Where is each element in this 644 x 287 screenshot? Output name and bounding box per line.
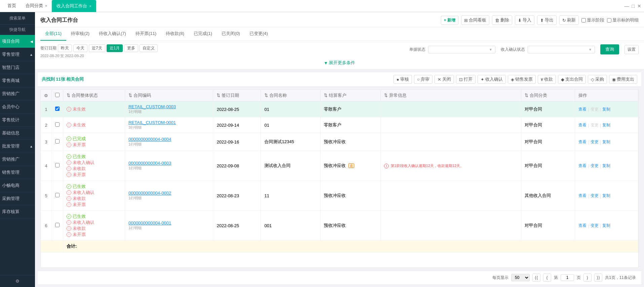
- maximize-icon[interactable]: □: [632, 3, 635, 9]
- row6-change[interactable]: 变更: [591, 223, 599, 229]
- window-close-icon[interactable]: ✕: [637, 3, 641, 9]
- tab-closed[interactable]: 已关闭(0): [217, 27, 245, 41]
- query-button[interactable]: 查询: [600, 44, 619, 54]
- row1-checkbox[interactable]: [52, 101, 63, 117]
- select-all-checkbox[interactable]: [55, 93, 60, 97]
- sidebar-nav[interactable]: 快捷导航: [0, 25, 35, 35]
- close-income-workbench-icon[interactable]: ×: [89, 4, 91, 8]
- sidebar-item-retail-mall[interactable]: 零售商城: [0, 74, 35, 87]
- row2-change[interactable]: 变更: [591, 122, 599, 128]
- row5-checkbox[interactable]: [52, 181, 63, 211]
- tab-pending-confirm[interactable]: 待收入确认(7): [94, 27, 131, 41]
- date-btn-today[interactable]: 今天: [73, 44, 87, 52]
- sidebar-item-sales-mgmt[interactable]: 销售管理: [0, 166, 35, 179]
- sidebar-item-purchase[interactable]: 采购管理: [0, 192, 35, 205]
- export-button[interactable]: ⬆ 导出: [537, 15, 557, 25]
- row1-code-link[interactable]: RETAIL_CUSTOM-0003: [128, 104, 176, 109]
- open-contract-button[interactable]: ⊡ 打开: [456, 75, 476, 84]
- sidebar-item-ecommerce[interactable]: 小畅电商: [0, 179, 35, 192]
- date-btn-custom[interactable]: 自定义: [140, 44, 158, 52]
- row2-checkbox[interactable]: [52, 117, 63, 133]
- row3-checkbox[interactable]: [52, 133, 63, 151]
- collect-payment-button[interactable]: ¥ 收款: [538, 75, 556, 84]
- sidebar-item-smart-store[interactable]: 智慧门店: [0, 61, 35, 74]
- row6-copy[interactable]: 复制: [602, 223, 610, 229]
- row2-code-link[interactable]: RETAIL_CUSTOM-0001: [128, 120, 176, 125]
- date-btn-more[interactable]: 更多: [124, 44, 138, 52]
- review-button[interactable]: ● 审核: [393, 75, 412, 84]
- col-category[interactable]: ⇅ 合同分类: [521, 90, 575, 101]
- row5-code-link[interactable]: 0000000000004-0002: [128, 191, 171, 196]
- date-btn-7days[interactable]: 近7天: [89, 44, 105, 52]
- sidebar-item-marketing[interactable]: 营销推广: [0, 87, 35, 100]
- row1-change[interactable]: 变更: [591, 107, 599, 112]
- show-detail-checkbox[interactable]: 显示标的明细: [607, 17, 639, 23]
- sidebar-search[interactable]: 搜索菜单: [0, 12, 35, 25]
- row2-view[interactable]: 查看: [578, 122, 586, 128]
- row4-view[interactable]: 查看: [578, 163, 586, 169]
- row3-view[interactable]: 查看: [578, 139, 586, 145]
- settings-button[interactable]: 设置: [624, 45, 639, 54]
- col-customer[interactable]: ⇅ 结算客户: [320, 90, 381, 101]
- expense-contract-button[interactable]: ◆ 支出合同: [558, 75, 586, 84]
- close-contract-category-icon[interactable]: ×: [45, 4, 47, 8]
- sidebar-item-retail-mgmt[interactable]: 零售管理 ▲: [0, 48, 35, 61]
- row4-change[interactable]: 变更: [591, 163, 599, 169]
- row5-view[interactable]: 查看: [578, 193, 586, 199]
- col-settings[interactable]: ⚙: [41, 90, 52, 101]
- confirm-select[interactable]: ▼: [528, 46, 595, 53]
- delete-button[interactable]: 🗑 删除: [492, 15, 512, 25]
- row3-copy[interactable]: 复制: [602, 139, 610, 145]
- tab-pending-payment[interactable]: 待收款(8): [161, 27, 189, 41]
- tab-contract-category[interactable]: 合同分类 ×: [21, 0, 52, 12]
- page-size-select[interactable]: 50 20 100: [511, 274, 530, 281]
- row1-view[interactable]: 查看: [578, 107, 586, 112]
- col-code[interactable]: ⇅ 合同编码: [125, 90, 213, 101]
- col-date[interactable]: ⇅ 签订日期: [213, 90, 261, 101]
- last-page-button[interactable]: ⟩⟩: [594, 274, 602, 282]
- sales-invoice-button[interactable]: ◈ 销售发票: [508, 75, 536, 84]
- col-abnormal[interactable]: ⇅ 异常信息: [381, 90, 521, 101]
- import-button[interactable]: ⬇ 导入: [515, 15, 534, 25]
- income-confirm-button[interactable]: ✦ 收入确认: [478, 75, 506, 84]
- expand-filter-btn[interactable]: ▼ 展开更多条件: [324, 60, 355, 66]
- row5-copy[interactable]: 复制: [602, 193, 610, 199]
- row6-view[interactable]: 查看: [578, 223, 586, 229]
- row4-copy[interactable]: 复制: [602, 163, 610, 169]
- tab-pending-review[interactable]: 待审核(2): [66, 27, 94, 41]
- sidebar-item-marketing2[interactable]: 营销推广: [0, 153, 35, 166]
- row4-code-link[interactable]: 0000000000004-0003: [128, 161, 171, 166]
- abandon-review-button[interactable]: ○ 弃审: [414, 75, 432, 84]
- show-stage-checkbox[interactable]: 显示阶段: [581, 17, 604, 23]
- tab-income-workbench[interactable]: 收入合同工作台 ×: [52, 0, 96, 12]
- expense-out-button[interactable]: ◉ 费用支出: [609, 75, 637, 84]
- tab-pending-invoice[interactable]: 待开票(11): [131, 27, 161, 41]
- col-status[interactable]: ⇅ 合同整体状态: [63, 90, 125, 101]
- sidebar-item-inventory[interactable]: 库存核算: [0, 205, 35, 218]
- sidebar-item-members[interactable]: 会员中心: [0, 100, 35, 114]
- next-page-button[interactable]: ⟩: [583, 274, 592, 282]
- row2-copy[interactable]: 复制: [602, 122, 610, 128]
- close-contract-button[interactable]: ✕ 关闭: [434, 75, 454, 84]
- row5-change[interactable]: 变更: [591, 193, 599, 199]
- first-page-button[interactable]: ⟨⟨: [532, 274, 540, 282]
- refresh-button[interactable]: ↻ 刷新: [559, 15, 579, 25]
- row3-change[interactable]: 变更: [591, 139, 599, 145]
- row3-code-link[interactable]: 0000000000004-0004: [128, 137, 171, 142]
- page-input[interactable]: [561, 274, 574, 281]
- status-select[interactable]: ▼: [428, 46, 495, 53]
- minimize-icon[interactable]: —: [624, 3, 629, 9]
- sidebar-item-retail-stats[interactable]: 零售统计: [0, 114, 35, 127]
- tab-changed[interactable]: 已变更(4): [245, 27, 273, 41]
- purchase-button[interactable]: ◇ 采购: [588, 75, 607, 84]
- date-btn-yesterday[interactable]: 昨天: [58, 44, 72, 52]
- row1-copy[interactable]: 复制: [602, 107, 610, 112]
- prev-page-button[interactable]: ⟨: [543, 274, 551, 282]
- sidebar-item-basic-info[interactable]: 基础信息: [0, 127, 35, 140]
- sidebar-item-wholesale[interactable]: 批发管理 ▲: [0, 140, 35, 153]
- row6-checkbox[interactable]: [52, 211, 63, 241]
- tab-all[interactable]: 全部(11): [40, 27, 66, 41]
- row4-checkbox[interactable]: [52, 151, 63, 181]
- tab-completed[interactable]: 已完成(1): [189, 27, 217, 41]
- row6-code-link[interactable]: 0000000000004-0001: [128, 220, 171, 226]
